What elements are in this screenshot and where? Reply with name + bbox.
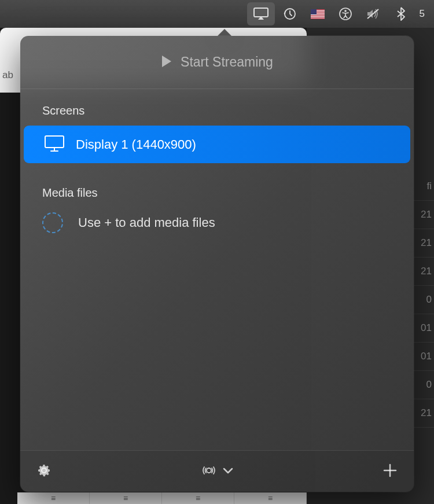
media-files-hint: Use + to add media files: [20, 208, 414, 238]
start-streaming-label: Start Streaming: [181, 54, 273, 70]
background-label-fragment: ab: [0, 58, 20, 93]
screens-section-label: Screens: [20, 101, 414, 126]
accessibility-menubar-icon[interactable]: [332, 0, 359, 28]
settings-button[interactable]: [36, 463, 52, 480]
svg-rect-8: [311, 17, 325, 18]
volume-muted-menubar-icon[interactable]: [359, 0, 387, 28]
svg-point-11: [344, 10, 347, 12]
media-hint-label: Use + to add media files: [78, 215, 215, 230]
start-streaming-button[interactable]: Start Streaming: [20, 36, 414, 89]
svg-rect-0: [254, 8, 268, 17]
play-icon: [161, 55, 172, 70]
svg-rect-9: [311, 9, 317, 14]
add-media-button[interactable]: [382, 463, 398, 480]
popover-footer: [20, 450, 414, 492]
svg-rect-15: [45, 136, 64, 148]
popover-body: Screens Display 1 (1440x900) Media files…: [20, 89, 414, 450]
bottom-toolbar-fragment: ≡ ≡ ≡ ≡: [17, 492, 307, 504]
monitor-icon: [45, 135, 64, 154]
svg-rect-7: [311, 16, 325, 16]
menubar: 5: [0, 0, 434, 28]
airplay-target-button[interactable]: [201, 462, 217, 481]
airplay-menubar-icon[interactable]: [247, 2, 275, 25]
media-files-section-label: Media files: [20, 183, 414, 208]
svg-rect-6: [311, 14, 325, 15]
display-item-label: Display 1 (1440x900): [76, 137, 196, 152]
chevron-down-icon[interactable]: [223, 466, 233, 477]
display-item-1[interactable]: Display 1 (1440x900): [24, 126, 410, 163]
dashed-circle-icon: [42, 212, 63, 233]
bluetooth-menubar-icon[interactable]: [387, 0, 415, 28]
timemachine-menubar-icon[interactable]: [276, 0, 304, 28]
menubar-clock-fragment[interactable]: 5: [415, 8, 429, 20]
streaming-popover: Start Streaming Screens Display 1 (1440x…: [20, 36, 414, 492]
language-flag-icon[interactable]: [304, 0, 332, 28]
svg-point-18: [207, 468, 211, 473]
